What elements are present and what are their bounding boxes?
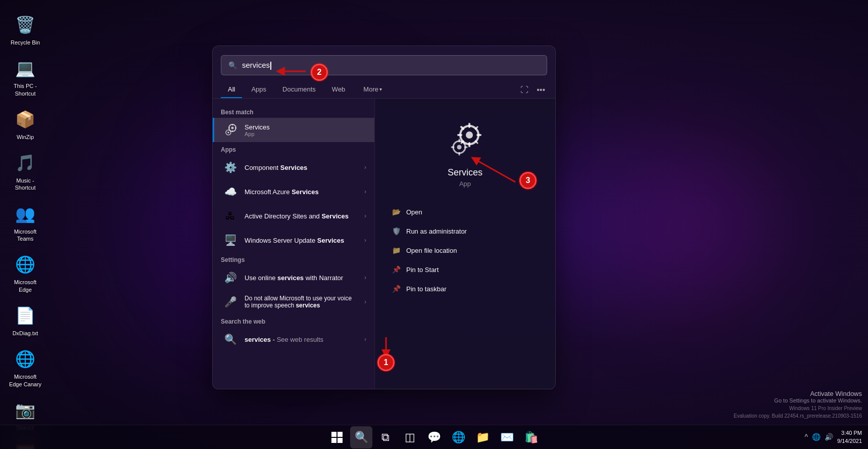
result-component-services[interactable]: ⚙️ Component Services › <box>213 155 374 179</box>
search-tabs: All Apps Documents Web More ▾ ⛶ ••• <box>213 81 555 99</box>
taskbar-taskview-button[interactable]: ⧉ <box>374 426 397 448</box>
taskbar-start-button[interactable] <box>326 426 348 448</box>
svg-rect-27 <box>331 432 336 437</box>
result-wsus[interactable]: 🖥️ Windows Server Update Services › <box>213 228 374 252</box>
taskbar: 🔍 ⧉ ◫ 💬 🌐 📁 ✉️ 🛍️ <box>0 425 868 449</box>
winzip-icon: 📦 <box>13 107 37 131</box>
desktop-icon-music[interactable]: 🎵 Music - Shortcut <box>5 148 45 194</box>
tray-network-icon[interactable]: 🌐 <box>812 433 821 441</box>
desktop-icon-winzip[interactable]: 📦 WinZip <box>5 105 45 143</box>
tab-apps[interactable]: Apps <box>244 81 273 98</box>
action-pin-start-label: Pin to Start <box>406 266 439 274</box>
more-options-button[interactable]: ••• <box>535 83 547 97</box>
action-open-location[interactable]: 📁 Open file location <box>385 241 545 259</box>
svg-point-9 <box>466 131 473 139</box>
dxdiag-icon: 📄 <box>13 303 37 328</box>
component-services-text: Component Services <box>245 164 358 171</box>
taskbar-search-button[interactable]: 🔍 <box>350 426 372 448</box>
desktop: 🗑️ Recycle Bin 💻 This PC - Shortcut 📦 Wi… <box>0 0 868 449</box>
desktop-icon-edge[interactable]: 🌐 Microsoft Edge <box>5 250 45 296</box>
edge-label: Microsoft Edge <box>8 279 43 293</box>
web-search-label: Search the web <box>213 314 374 327</box>
wsus-title: Windows Server Update Services <box>245 237 358 244</box>
taskbar-explorer-button[interactable]: 📁 <box>471 426 494 448</box>
svg-line-14 <box>461 127 463 129</box>
tray-chevron-icon[interactable]: ^ <box>804 433 808 441</box>
taskbar-chat-button[interactable]: 💬 <box>423 426 445 448</box>
action-run-admin[interactable]: 🛡️ Run as administrator <box>385 222 545 240</box>
azure-services-title: Microsoft Azure Services <box>245 188 358 196</box>
tab-web[interactable]: Web <box>325 81 353 98</box>
edge-canary-icon: 🌐 <box>13 347 37 371</box>
share-button[interactable]: ⛶ <box>518 83 531 97</box>
ad-services-text: Active Directory Sites and Services <box>245 212 358 220</box>
action-pin-taskbar-label: Pin to taskbar <box>406 285 447 293</box>
narrator-text: Use online services with Narrator <box>245 274 358 282</box>
search-query[interactable]: services <box>242 61 540 70</box>
chevron-right-icon-5: › <box>364 274 366 281</box>
desktop-icon-area: 🗑️ Recycle Bin 💻 This PC - Shortcut 📦 Wi… <box>0 0 51 449</box>
chevron-right-icon-2: › <box>364 188 366 195</box>
detail-services-icon <box>445 119 486 159</box>
start-menu: 🔍 services All Apps Documents Web More ▾… <box>212 46 556 389</box>
recycle-bin-icon: 🗑️ <box>13 13 37 37</box>
action-open-label: Open <box>406 208 422 216</box>
results-panel: Best match <box>213 99 374 389</box>
action-open[interactable]: 📂 Open <box>385 203 545 221</box>
desktop-icon-recycle-bin[interactable]: 🗑️ Recycle Bin <box>5 10 45 49</box>
result-azure-services[interactable]: ☁️ Microsoft Azure Services › <box>213 179 374 204</box>
taskbar-mail-button[interactable]: ✉️ <box>496 426 518 448</box>
annotation-2: 2 <box>311 64 328 81</box>
web-search-text: services - See web results <box>245 336 358 343</box>
svg-point-1 <box>231 127 234 129</box>
best-match-title: Services <box>245 123 366 131</box>
teams-label: Microsoft Teams <box>8 228 43 243</box>
dxdiag-label: DxDiag.txt <box>13 330 38 337</box>
tab-more[interactable]: More ▾ <box>356 81 389 98</box>
result-narrator-services[interactable]: 🔊 Use online services with Narrator › <box>213 265 374 290</box>
open-location-icon: 📁 <box>391 246 401 254</box>
sharex-icon: 📷 <box>13 398 37 422</box>
action-pin-taskbar[interactable]: 📌 Pin to taskbar <box>385 280 545 298</box>
best-match-result[interactable]: Services App <box>213 118 374 142</box>
this-pc-label: This PC - Shortcut <box>8 82 43 97</box>
result-speech-services[interactable]: 🎤 Do not allow Microsoft to use your voi… <box>213 290 374 314</box>
result-ad-services[interactable]: 🖧 Active Directory Sites and Services › <box>213 204 374 228</box>
tray-volume-icon[interactable]: 🔊 <box>825 433 833 441</box>
result-web-search[interactable]: 🔍 services - See web results › <box>213 327 374 351</box>
speech-title: Do not allow Microsoft to use your voice… <box>245 295 358 309</box>
best-match-subtitle: App <box>245 131 366 137</box>
desktop-icon-dxdiag[interactable]: 📄 DxDiag.txt <box>5 301 45 339</box>
desktop-icon-teams[interactable]: 👥 Microsoft Teams <box>5 199 45 245</box>
taskbar-edge-button[interactable]: 🌐 <box>447 426 469 448</box>
tab-documents[interactable]: Documents <box>275 81 323 98</box>
ad-services-icon: 🖧 <box>222 208 238 224</box>
svg-point-7 <box>227 131 229 133</box>
wsus-text: Windows Server Update Services <box>245 237 358 244</box>
narrator-icon: 🔊 <box>222 270 238 286</box>
chevron-right-icon-4: › <box>364 237 366 244</box>
apps-label: Apps <box>213 142 374 155</box>
system-clock[interactable]: 3:40 PM 9/14/2021 <box>837 429 862 445</box>
detail-subtitle: App <box>459 180 471 188</box>
speech-icon: 🎤 <box>222 294 238 310</box>
search-bar[interactable]: 🔍 services <box>221 55 547 75</box>
action-pin-start[interactable]: 📌 Pin to Start <box>385 260 545 279</box>
best-match-label: Best match <box>213 105 374 118</box>
svg-rect-29 <box>331 438 336 443</box>
taskbar-widgets-button[interactable]: ◫ <box>399 426 421 448</box>
wsus-icon: 🖥️ <box>222 232 238 248</box>
open-icon: 📂 <box>391 208 401 216</box>
search-icon: 🔍 <box>228 61 237 69</box>
desktop-icon-edge-canary[interactable]: 🌐 Microsoft Edge Canary <box>5 344 45 390</box>
taskbar-store-button[interactable]: 🛍️ <box>520 426 542 448</box>
component-services-title: Component Services <box>245 164 358 171</box>
detail-panel: Services App 📂 Open 🛡️ Run as administra… <box>374 99 555 389</box>
tab-all[interactable]: All <box>221 81 242 98</box>
run-admin-icon: 🛡️ <box>391 227 401 235</box>
content-area: Best match <box>213 99 555 389</box>
teams-icon: 👥 <box>13 202 37 226</box>
web-search-title: services - See web results <box>245 336 358 343</box>
azure-services-icon: ☁️ <box>222 184 238 200</box>
desktop-icon-this-pc[interactable]: 💻 This PC - Shortcut <box>5 54 45 100</box>
